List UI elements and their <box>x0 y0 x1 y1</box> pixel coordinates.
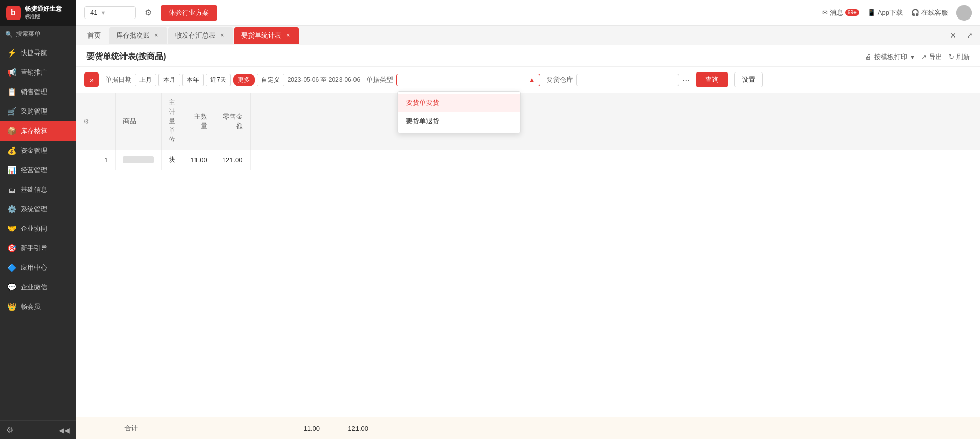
sidebar-item-label: 销售管理 <box>21 87 47 97</box>
app-download-button[interactable]: 📱 App下载 <box>867 8 903 17</box>
row-unit-cell: 块 <box>162 150 183 170</box>
sidebar-item-sales[interactable]: 📋 销售管理 <box>0 82 76 102</box>
sidebar-item-label: 经营管理 <box>21 166 47 175</box>
sidebar-item-label: 基础信息 <box>21 185 47 194</box>
filter-more-button[interactable]: ··· <box>682 75 690 85</box>
sidebar-item-quick-nav[interactable]: ⚡ 快捷导航 <box>0 43 76 63</box>
warehouse-input[interactable] <box>576 74 679 86</box>
print-arrow-icon: ▼ <box>910 54 915 60</box>
date-btn-more[interactable]: 更多 <box>233 74 255 86</box>
sidebar-settings-button[interactable]: ⚙ <box>6 425 13 435</box>
type-label: 单据类型 <box>366 75 393 84</box>
query-button[interactable]: 查询 <box>696 72 728 87</box>
company-selector-value: 41 <box>90 9 97 16</box>
date-btn-this-month[interactable]: 本月 <box>158 74 180 86</box>
system-icon: ⚙️ <box>7 205 16 214</box>
guide-icon: 🎯 <box>7 244 16 253</box>
tab-batch-account[interactable]: 库存批次账 × <box>109 27 167 44</box>
col-settings[interactable]: ⚙ <box>76 93 97 150</box>
date-btn-last-month[interactable]: 上月 <box>135 74 156 86</box>
sidebar-item-guide[interactable]: 🎯 新手引导 <box>0 239 76 258</box>
table-footer: 合计 11.00 121.00 <box>76 417 980 439</box>
tab-collect-summary[interactable]: 收发存汇总表 × <box>168 27 233 44</box>
date-btn-custom[interactable]: 自定义 <box>257 74 284 86</box>
dropdown-item-order-goods[interactable]: 要货单要货 <box>398 94 520 112</box>
sidebar-collapse-button[interactable]: ◀◀ <box>59 426 70 434</box>
finance-icon: 💰 <box>7 146 16 155</box>
export-button[interactable]: ↗ 导出 <box>921 52 942 62</box>
footer-quantity-value: 11.00 <box>279 425 320 432</box>
sidebar-search-button[interactable]: 🔍 搜索菜单 <box>5 30 71 39</box>
row-quantity-cell: 11.00 <box>183 150 215 170</box>
sidebar-item-label: 企业微信 <box>21 283 47 292</box>
sidebar-item-label: 企业协同 <box>21 224 47 233</box>
sidebar-nav: ⚡ 快捷导航 📢 营销推广 📋 销售管理 🛒 采购管理 📦 库存核算 💰 资金管… <box>0 43 76 420</box>
trial-button[interactable]: 体验行业方案 <box>161 5 217 21</box>
company-selector[interactable]: 41 ▼ <box>84 6 136 19</box>
type-arrow-icon[interactable]: ▲ <box>529 76 535 83</box>
sidebar-search-label: 搜索菜单 <box>16 30 41 39</box>
print-icon: 🖨 <box>865 53 872 61</box>
customer-service-button[interactable]: 🎧 在线客服 <box>911 8 948 17</box>
maximize-window-button[interactable]: ⤢ <box>964 29 976 42</box>
sidebar-item-wechat[interactable]: 💬 企业微信 <box>0 278 76 297</box>
tab-batch-account-close[interactable]: × <box>153 32 160 39</box>
date-btn-this-year[interactable]: 本年 <box>182 74 204 86</box>
topbar-right: ✉ 消息 99+ 📱 App下载 🎧 在线客服 <box>822 5 972 21</box>
type-input[interactable] <box>396 74 540 86</box>
dropdown-item-order-return[interactable]: 要货单退货 <box>398 112 520 131</box>
settings-button[interactable]: 设置 <box>734 72 763 87</box>
sidebar-search-area[interactable]: 🔍 搜索菜单 <box>0 26 76 43</box>
topbar-gear-button[interactable]: ⚙ <box>141 6 155 20</box>
tab-order-summary[interactable]: 要货单统计表 × <box>234 27 299 44</box>
col-product: 商品 <box>116 93 162 150</box>
sidebar-item-purchase[interactable]: 🛒 采购管理 <box>0 102 76 121</box>
page-content: 要货单统计表(按商品) 🖨 按模板打印 ▼ ↗ 导出 ↻ 刷新 » <box>76 45 980 439</box>
inventory-icon: 📦 <box>7 126 16 136</box>
tab-order-summary-close[interactable]: × <box>284 32 292 39</box>
tab-collect-summary-close[interactable]: × <box>219 32 226 39</box>
tab-batch-account-label: 库存批次账 <box>116 31 150 40</box>
sidebar-item-inventory[interactable]: 📦 库存核算 <box>0 121 76 141</box>
col-quantity: 主数量 <box>183 93 215 150</box>
print-button[interactable]: 🖨 按模板打印 ▼ <box>865 52 915 62</box>
date-btn-last-7-days[interactable]: 近7天 <box>206 74 231 86</box>
messages-button[interactable]: ✉ 消息 99+ <box>822 8 859 17</box>
footer-amount-value: 121.00 <box>327 425 368 432</box>
sidebar-item-label: 畅会员 <box>21 302 41 312</box>
sidebar-item-operations[interactable]: 📊 经营管理 <box>0 160 76 180</box>
filter-expand-button[interactable]: » <box>84 72 99 87</box>
topbar: 41 ▼ ⚙ 体验行业方案 ✉ 消息 99+ 📱 App下载 🎧 在线客服 <box>76 0 980 26</box>
close-all-tabs-button[interactable]: ✕ <box>947 29 959 42</box>
refresh-label: 刷新 <box>956 52 970 62</box>
filter-warehouse-group: 要货仓库 ··· <box>546 74 690 86</box>
sidebar-item-marketing[interactable]: 📢 营销推广 <box>0 63 76 82</box>
avatar-placeholder <box>956 5 972 21</box>
sidebar-item-finance[interactable]: 💰 资金管理 <box>0 141 76 160</box>
sidebar-item-vip[interactable]: 👑 畅会员 <box>0 297 76 317</box>
sidebar-item-app-center[interactable]: 🔷 应用中心 <box>0 258 76 278</box>
sidebar-item-enterprise[interactable]: 🤝 企业协同 <box>0 219 76 239</box>
refresh-icon: ↻ <box>949 53 954 61</box>
tab-collect-summary-label: 收发存汇总表 <box>175 31 216 40</box>
row-settings-cell <box>76 150 97 170</box>
user-avatar[interactable] <box>956 5 972 21</box>
app-download-icon: 📱 <box>867 9 876 16</box>
col-amount: 零售金额 <box>215 93 250 150</box>
page-header-actions: 🖨 按模板打印 ▼ ↗ 导出 ↻ 刷新 <box>865 52 970 62</box>
service-label: 在线客服 <box>921 8 948 17</box>
filter-date-group: 单据日期 上月 本月 本年 近7天 更多 自定义 2023-05-06 至 20… <box>105 74 360 86</box>
tabs-right-actions: ✕ ⤢ <box>947 29 976 42</box>
filter-type-group: 单据类型 ▲ 要货单要货 要货单退货 <box>366 74 540 86</box>
topbar-left: 41 ▼ ⚙ 体验行业方案 <box>84 5 217 21</box>
refresh-button[interactable]: ↻ 刷新 <box>949 52 970 62</box>
sidebar-item-label: 快捷导航 <box>21 48 47 58</box>
app-name: 畅捷通好生意 <box>25 5 62 13</box>
vip-icon: 👑 <box>7 302 16 312</box>
service-icon: 🎧 <box>911 9 919 16</box>
sidebar-item-label: 库存核算 <box>21 126 47 136</box>
tab-home[interactable]: 首页 <box>80 28 108 43</box>
sidebar-item-basic-info[interactable]: 🗂 基础信息 <box>0 180 76 199</box>
sidebar-item-system[interactable]: ⚙️ 系统管理 <box>0 199 76 219</box>
product-name-display <box>123 156 154 163</box>
